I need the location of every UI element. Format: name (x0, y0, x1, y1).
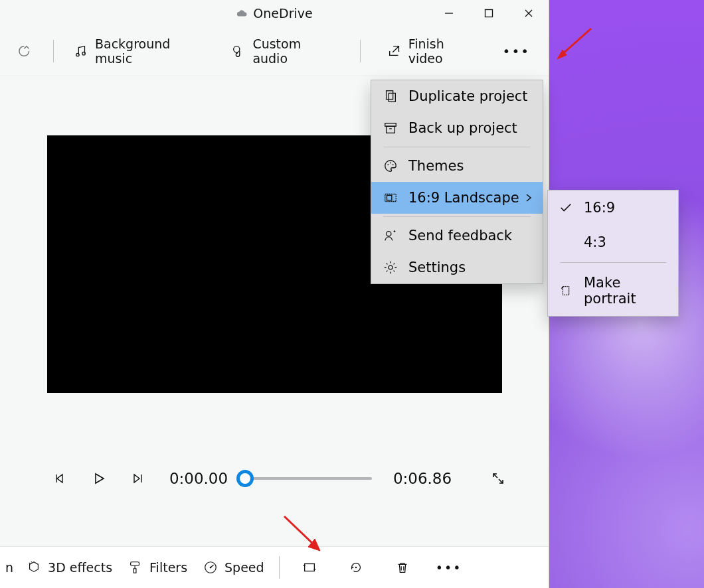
check-icon (559, 200, 573, 215)
menu-themes[interactable]: Themes (371, 150, 543, 182)
background-music-label: Background music (95, 37, 211, 66)
svg-rect-18 (389, 93, 395, 102)
next-frame-button[interactable] (127, 468, 148, 489)
svg-rect-17 (387, 91, 393, 100)
maximize-button[interactable] (469, 0, 509, 27)
svg-point-24 (393, 164, 394, 165)
3d-effects-label: 3D effects (48, 560, 112, 575)
rotate-portrait-icon (559, 283, 573, 298)
submenu-label: 16:9 (584, 200, 615, 216)
transport-bar: 0:00.00 0:06.86 (50, 468, 509, 489)
menu-separator (383, 147, 531, 147)
editor-toolbar: Background music Custom audio Finish vid… (0, 27, 549, 76)
next-frame-icon (132, 473, 143, 484)
annotation-arrow-top (555, 23, 594, 63)
submenu-label: 4:3 (584, 234, 606, 250)
export-icon (387, 44, 402, 58)
feedback-icon (383, 228, 398, 243)
svg-rect-19 (385, 123, 396, 127)
menu-label: Back up project (408, 120, 517, 136)
clip-more-button[interactable]: ••• (426, 556, 472, 579)
aspect-make-portrait[interactable]: Make portrait (548, 265, 678, 316)
palette-icon (383, 159, 398, 173)
crop-button[interactable] (286, 556, 333, 579)
svg-point-27 (387, 232, 391, 236)
redo-button[interactable] (12, 40, 40, 62)
music-note-icon (74, 44, 88, 58)
speed-label: Speed (224, 560, 264, 575)
custom-audio-button[interactable]: Custom audio (224, 33, 346, 70)
menu-label: Duplicate project (408, 88, 528, 104)
archive-icon (383, 121, 398, 135)
filters-label: Filters (149, 560, 187, 575)
prev-frame-icon (54, 473, 66, 484)
previous-frame-button[interactable] (50, 468, 71, 489)
gauge-icon (203, 560, 218, 575)
annotation-arrow-bottom (279, 511, 325, 557)
svg-rect-29 (563, 287, 569, 295)
menu-label: Send feedback (408, 228, 512, 244)
chevron-right-icon (524, 193, 533, 202)
minimize-button[interactable] (429, 0, 469, 27)
seek-handle[interactable] (236, 470, 254, 487)
svg-rect-26 (387, 195, 392, 200)
speed-button[interactable]: Speed (195, 556, 272, 579)
redo-icon (19, 44, 33, 58)
svg-point-10 (31, 561, 32, 562)
finish-video-button[interactable]: Finish video (381, 33, 489, 70)
more-menu-popup: Duplicate project Back up project Themes… (371, 80, 543, 284)
sparkle-cube-icon (27, 560, 41, 575)
fullscreen-button[interactable] (487, 468, 509, 489)
custom-audio-icon (231, 44, 246, 58)
toolbar-separator (53, 40, 54, 62)
unchecked-space (559, 235, 573, 250)
3d-effects-button[interactable]: 3D effects (19, 556, 120, 579)
current-time: 0:00.00 (165, 470, 232, 487)
menu-backup-project[interactable]: Back up project (371, 112, 543, 144)
window-titlebar: OneDrive (0, 0, 549, 27)
svg-rect-15 (304, 564, 314, 571)
svg-rect-11 (131, 562, 139, 566)
menu-send-feedback[interactable]: Send feedback (371, 220, 543, 252)
svg-point-6 (234, 46, 240, 52)
menu-label: Settings (408, 259, 466, 275)
play-button[interactable] (88, 468, 110, 489)
toolbar-separator (279, 556, 280, 579)
submenu-label: Make portrait (584, 275, 667, 307)
total-time: 0:06.86 (389, 470, 456, 487)
menu-label: Themes (408, 158, 464, 174)
finish-video-label: Finish video (408, 37, 483, 66)
aspect-icon (383, 190, 398, 205)
crop-icon (302, 560, 317, 575)
seek-bar[interactable] (249, 477, 372, 480)
menu-settings[interactable]: Settings (371, 252, 543, 283)
menu-separator (560, 262, 666, 263)
aspect-submenu: 16:9 4:3 Make portrait (547, 190, 679, 317)
svg-line-30 (561, 29, 591, 55)
rotate-button[interactable] (333, 556, 379, 579)
rotate-icon (349, 560, 363, 575)
more-options-button[interactable]: ••• (496, 39, 537, 63)
truncated-label: n (5, 560, 19, 575)
background-music-button[interactable]: Background music (67, 33, 218, 70)
onedrive-cloud-icon (236, 9, 248, 17)
svg-rect-1 (485, 10, 493, 17)
delete-button[interactable] (379, 556, 426, 579)
svg-point-23 (390, 163, 391, 164)
custom-audio-label: Custom audio (252, 37, 339, 66)
svg-point-9 (29, 563, 31, 564)
duplicate-icon (383, 89, 398, 104)
menu-separator (383, 216, 531, 217)
svg-point-22 (387, 164, 389, 165)
gear-icon (383, 260, 398, 275)
aspect-option-16-9[interactable]: 16:9 (548, 190, 678, 225)
svg-rect-12 (133, 569, 136, 573)
filters-button[interactable]: Filters (120, 556, 195, 579)
close-button[interactable] (509, 0, 549, 27)
menu-aspect-ratio[interactable]: 16:9 Landscape (371, 182, 543, 214)
aspect-option-4-3[interactable]: 4:3 (548, 225, 678, 259)
toolbar-separator (360, 40, 361, 62)
menu-duplicate-project[interactable]: Duplicate project (371, 80, 543, 112)
svg-line-32 (284, 516, 315, 546)
svg-point-14 (210, 567, 212, 569)
